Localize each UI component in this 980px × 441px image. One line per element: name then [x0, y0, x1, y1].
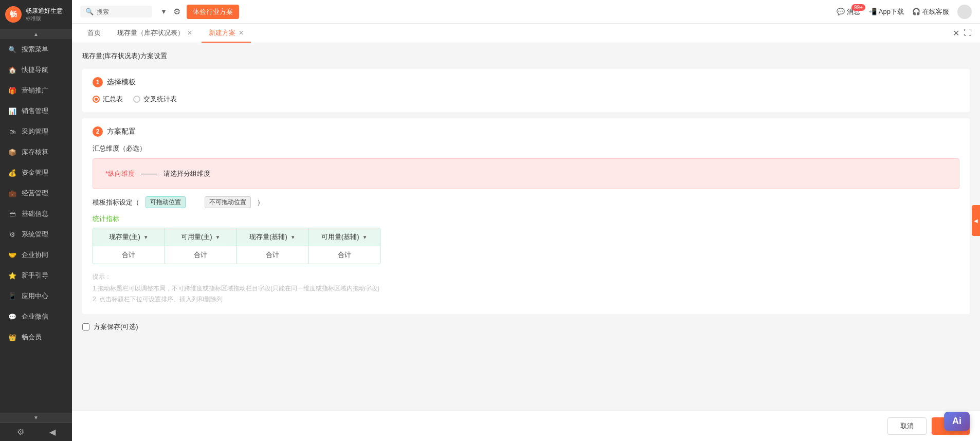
step1-card: 1 选择模板 汇总表 交叉统计表	[82, 69, 970, 112]
sidebar-item-marketing[interactable]: 🎁 营销推广	[0, 80, 72, 101]
stats-cell-3: 合计	[308, 246, 380, 264]
tips-section: 提示： 1.拖动标题栏可以调整布局，不可跨维度或指标区域拖动栏目字段(只能在同一…	[93, 272, 959, 304]
non-draggable-badge: 不可拖动位置	[205, 196, 251, 208]
topbar-gear-btn[interactable]: ⚙	[173, 7, 180, 16]
step2-title: 方案配置	[107, 127, 136, 136]
bag-icon: 🛍	[7, 126, 17, 137]
tabs-bar: 首页 现存量（库存状况表） ✕ 新建方案 ✕ ✕ ⛶	[72, 24, 980, 43]
stats-section-title: 统计指标	[93, 214, 959, 224]
topbar: 🔍 ▼ ⚙ 体验行业方案 💬 消息 99+ 📲 App下载 🎧 在线客服	[72, 0, 980, 24]
topbar-dropdown-arrow[interactable]: ▼	[160, 8, 167, 15]
ai-badge[interactable]: Ai	[944, 412, 970, 431]
step2-card: 2 方案配置 汇总维度（必选） *纵向维度 —— 请选择分组维度 模板指标设定（…	[82, 118, 970, 314]
gift-icon: 🎁	[7, 85, 17, 96]
stats-col-0-header[interactable]: 现存量(主) ▼	[93, 228, 165, 246]
tab-close-all-btn[interactable]: ✕	[953, 28, 959, 38]
stats-table-body-row: 合计 合计 合计 合计	[93, 246, 380, 264]
app-download-icon: 📲	[868, 8, 877, 15]
dimension-selector-area[interactable]: *纵向维度 —— 请选择分组维度	[93, 158, 959, 189]
sidebar-item-purchase[interactable]: 🛍 采购管理	[0, 121, 72, 142]
guide-icon: ⭐	[7, 270, 17, 281]
sidebar-item-quick-nav[interactable]: 🏠 快捷导航	[0, 60, 72, 80]
right-handle[interactable]: ◀	[972, 205, 980, 236]
stats-col-3-chevron[interactable]: ▼	[362, 234, 368, 240]
stats-table-header-row: 现存量(主) ▼ 可用量(主) ▼ 现存量(基辅) ▼	[93, 228, 380, 246]
sidebar-item-operation[interactable]: 💼 经营管理	[0, 183, 72, 204]
app-name: 畅康通好生意	[26, 7, 63, 15]
app-logo-icon: 畅	[5, 6, 22, 23]
topbar-service-btn[interactable]: 🎧 在线客服	[912, 7, 949, 16]
stats-col-3: 可用量(基辅) ▼	[308, 228, 380, 246]
step1-title: 选择模板	[107, 78, 136, 87]
vertical-dim-hint: 请选择分组维度	[164, 169, 210, 178]
sidebar-settings-btn[interactable]: ⚙	[17, 427, 24, 437]
vertical-dim-label: *纵向维度	[105, 169, 135, 178]
sidebar-item-contract[interactable]: 🤝 企业协同	[0, 245, 72, 265]
tab-inventory-status-close[interactable]: ✕	[187, 29, 192, 36]
stats-col-2-chevron[interactable]: ▼	[291, 234, 296, 240]
app-version: 标准版	[26, 15, 63, 22]
topbar-app-download-btn[interactable]: 📲 App下载	[868, 7, 904, 16]
stats-col-1-chevron[interactable]: ▼	[215, 234, 221, 240]
handshake-icon: 🤝	[7, 250, 17, 260]
tips-item-1: 2. 点击标题栏下拉可设置排序、插入列和删除列	[93, 295, 959, 304]
topbar-avatar[interactable]	[957, 5, 972, 19]
stats-col-2: 现存量(基辅) ▼	[237, 228, 309, 246]
vertical-dim-dash: ——	[141, 169, 157, 178]
stats-col-0-chevron[interactable]: ▼	[143, 234, 149, 240]
sidebar-item-app-center[interactable]: 📱 应用中心	[0, 286, 72, 306]
save-checkbox[interactable]	[82, 323, 89, 330]
save-option-label: 方案保存(可选)	[94, 322, 138, 332]
stats-col-1-header[interactable]: 可用量(主) ▼	[165, 228, 237, 246]
sidebar-item-guide[interactable]: ⭐ 新手引导	[0, 265, 72, 286]
topbar-message-btn[interactable]: 💬 消息 99+	[837, 7, 860, 16]
radio-crosstab[interactable]: 交叉统计表	[133, 95, 177, 104]
sidebar-item-sales[interactable]: 📊 销售管理	[0, 101, 72, 121]
main-area: 🔍 ▼ ⚙ 体验行业方案 💬 消息 99+ 📲 App下载 🎧 在线客服	[72, 0, 980, 441]
sidebar-item-search-menu[interactable]: 🔍 搜索菜单	[0, 39, 72, 60]
stats-cell-2: 合计	[237, 246, 308, 264]
stats-cell-1: 合计	[165, 246, 237, 264]
tab-home[interactable]: 首页	[80, 24, 108, 43]
settings-icon: ⚙	[7, 229, 17, 240]
trial-industry-btn[interactable]: 体验行业方案	[187, 5, 239, 19]
cancel-button[interactable]: 取消	[887, 417, 927, 435]
sidebar-scroll-up[interactable]: ▲	[0, 29, 72, 39]
indicator-setting-row: 模板指标设定（ 可拖动位置 不可拖动位置 ）	[93, 196, 959, 208]
sidebar-item-basic[interactable]: 🗃 基础信息	[0, 204, 72, 224]
sidebar-collapse-btn[interactable]: ◀	[49, 427, 56, 437]
sidebar-item-wechat[interactable]: 💬 企业微信	[0, 306, 72, 327]
sidebar-item-stock[interactable]: 📦 库存核算	[0, 142, 72, 162]
sidebar-scroll-down[interactable]: ▼	[0, 413, 72, 422]
save-option-row: 方案保存(可选)	[82, 322, 970, 332]
vip-icon: 👑	[7, 332, 17, 342]
tab-inventory-status[interactable]: 现存量（库存状况表） ✕	[110, 24, 199, 43]
sidebar-item-system[interactable]: ⚙ 系统管理	[0, 224, 72, 245]
tips-item-0: 1.拖动标题栏可以调整布局，不可跨维度或指标区域拖动栏目字段(只能在同一维度或指…	[93, 284, 959, 293]
topbar-search-box[interactable]: 🔍	[80, 6, 152, 17]
tips-title: 提示：	[93, 272, 959, 281]
step1-header: 1 选择模板	[93, 77, 959, 87]
sidebar-logo: 畅 畅康通好生意 标准版	[0, 0, 72, 29]
sidebar-item-finance[interactable]: 💰 资金管理	[0, 162, 72, 183]
indicator-setting-suffix: ）	[257, 198, 264, 207]
indicator-setting-mid	[192, 198, 198, 207]
stats-col-3-header[interactable]: 可用量(基辅) ▼	[308, 228, 380, 246]
sidebar-item-member[interactable]: 👑 畅会员	[0, 327, 72, 347]
stats-body-col-0: 合计	[93, 246, 165, 264]
sidebar: 畅 畅康通好生意 标准版 ▲ 🔍 搜索菜单 🏠 快捷导航 🎁 营销推广 📊 销售…	[0, 0, 72, 441]
chart-icon: 📊	[7, 106, 17, 116]
database-icon: 🗃	[7, 209, 17, 219]
tab-new-plan[interactable]: 新建方案 ✕	[202, 24, 251, 43]
footer-bar: 取消 查询	[72, 411, 980, 441]
stats-col-2-header[interactable]: 现存量(基辅) ▼	[237, 228, 308, 246]
search-input[interactable]	[97, 8, 148, 15]
stats-body-col-1: 合计	[165, 246, 237, 264]
aggregate-dim-label: 汇总维度（必选）	[93, 144, 959, 153]
tab-expand-btn[interactable]: ⛶	[964, 28, 972, 38]
step1-badge: 1	[93, 77, 103, 87]
radio-summary[interactable]: 汇总表	[93, 95, 123, 104]
indicator-setting-label: 模板指标设定（	[93, 198, 139, 207]
stats-col-1: 可用量(主) ▼	[165, 228, 237, 246]
tab-new-plan-close[interactable]: ✕	[239, 29, 244, 36]
